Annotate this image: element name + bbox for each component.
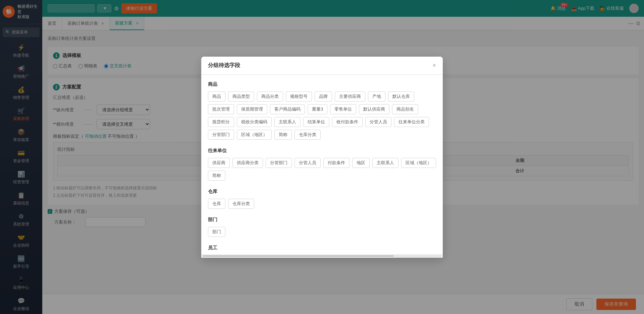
dept-field-grid: 部门 [208, 227, 436, 237]
modal-body: 商品 商品 商品类型 商品分类 规格型号 品牌 主要供应商 产地 默认仓库 批次… [201, 75, 443, 255]
section-partners-title: 往来单位 [208, 148, 436, 154]
field-partner-supplier-type[interactable]: 供应商分类 [232, 158, 263, 168]
field-goods-brand[interactable]: 品牌 [315, 91, 332, 102]
modal-title: 分组待选字段 [208, 62, 240, 69]
section-department-title: 部门 [208, 217, 436, 223]
partners-field-grid: 供应商 供应商分类 分管部门 分管人员 付款条件 地区 主联系人 区域（地区） … [208, 158, 436, 181]
section-department: 部门 部门 [208, 217, 436, 237]
warehouse-field-grid: 仓库 仓库分类 [208, 199, 436, 209]
section-warehouse-title: 仓库 [208, 189, 436, 195]
field-goods-type[interactable]: 商品类型 [228, 91, 254, 102]
modal-scrollbar-area [201, 254, 443, 257]
field-goods-customer-code[interactable]: 客户商品编码 [270, 104, 305, 114]
section-goods-title: 商品 [208, 81, 436, 87]
field-partner-manager[interactable]: 分管人员 [294, 158, 321, 168]
field-goods-weight3[interactable]: 重量3 [308, 104, 327, 114]
field-partner-dept[interactable]: 分管部门 [266, 158, 292, 168]
field-warehouse-name[interactable]: 仓库 [208, 199, 225, 209]
field-partner-short[interactable]: 简称 [208, 171, 225, 181]
field-partner-region[interactable]: 地区 [352, 158, 370, 168]
field-partner-contact[interactable]: 主联系人 [372, 158, 398, 168]
field-goods-warehouse-type[interactable]: 仓库分类 [294, 130, 321, 140]
section-warehouse: 仓库 仓库 仓库分类 [208, 189, 436, 209]
horizontal-scrollbar-track[interactable] [203, 255, 441, 257]
field-goods-spec[interactable]: 规格型号 [286, 91, 312, 102]
field-goods-main-supplier[interactable]: 主要供应商 [335, 91, 365, 102]
field-goods-alias[interactable]: 商品别名 [392, 104, 418, 114]
modal-header: 分组待选字段 × [201, 57, 443, 75]
field-goods-payment-terms[interactable]: 收付款条件 [332, 117, 363, 127]
modal-close-btn[interactable]: × [432, 62, 436, 69]
section-staff-title: 员工 [208, 245, 436, 251]
field-goods-region[interactable]: 区域（地区） [237, 130, 272, 140]
field-goods-short[interactable]: 简称 [274, 130, 292, 140]
field-goods-category[interactable]: 商品分类 [257, 91, 283, 102]
field-goods-default-warehouse[interactable]: 默认仓库 [388, 91, 414, 102]
section-partners: 往来单位 供应商 供应商分类 分管部门 分管人员 付款条件 地区 主联系人 区域… [208, 148, 436, 181]
modal: 分组待选字段 × 商品 商品 商品类型 商品分类 规格型号 品牌 主要供应商 产… [201, 57, 443, 258]
field-goods-manager[interactable]: 分管人员 [365, 117, 391, 127]
field-goods-shelf-life[interactable]: 保质期管理 [237, 104, 267, 114]
field-goods-tax-code[interactable]: 税收分类编码 [237, 117, 272, 127]
field-goods-retail-unit[interactable]: 零售单位 [330, 104, 356, 114]
field-goods-dept[interactable]: 分管部门 [208, 130, 234, 140]
section-goods: 商品 商品 商品类型 商品分类 规格型号 品牌 主要供应商 产地 默认仓库 批次… [208, 81, 436, 140]
field-goods-settlement-unit[interactable]: 结算单位 [303, 117, 329, 127]
field-goods-contact[interactable]: 主联系人 [274, 117, 301, 127]
field-goods-name[interactable]: 商品 [208, 91, 225, 102]
field-warehouse-type[interactable]: 仓库分类 [228, 199, 254, 209]
field-dept-name[interactable]: 部门 [208, 227, 225, 237]
goods-field-grid: 商品 商品类型 商品分类 规格型号 品牌 主要供应商 产地 默认仓库 批次管理 … [208, 91, 436, 140]
field-partner-payment[interactable]: 付款条件 [323, 158, 350, 168]
modal-overlay: 分组待选字段 × 商品 商品 商品类型 商品分类 规格型号 品牌 主要供应商 产… [0, 0, 644, 314]
field-goods-batch[interactable]: 批次管理 [208, 104, 234, 114]
field-goods-from-unit-type[interactable]: 往来单位分类 [394, 117, 429, 127]
field-goods-pick-score[interactable]: 拣货积分 [208, 117, 234, 127]
field-goods-origin[interactable]: 产地 [368, 91, 385, 102]
section-staff: 员工 业务员 [208, 245, 436, 255]
horizontal-scrollbar-thumb[interactable] [203, 255, 394, 257]
field-goods-default-supplier[interactable]: 默认供应商 [359, 104, 389, 114]
field-partner-supplier[interactable]: 供应商 [208, 158, 230, 168]
field-partner-region2[interactable]: 区域（地区） [401, 158, 436, 168]
